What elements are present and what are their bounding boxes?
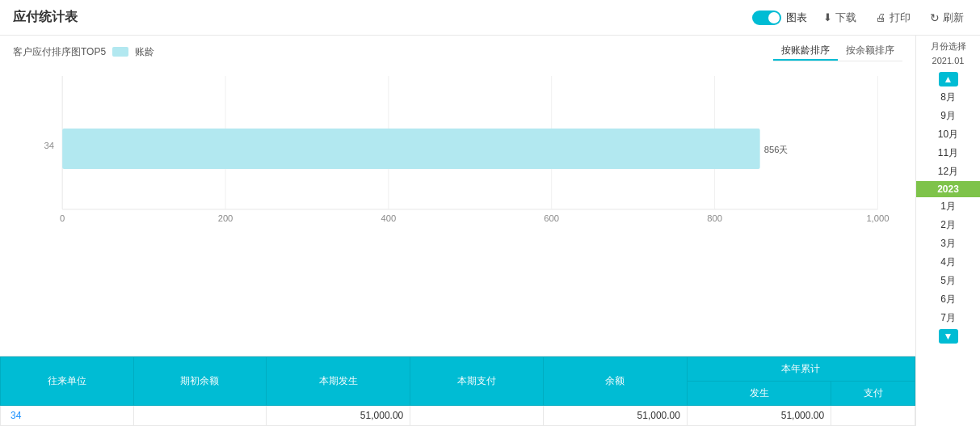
svg-rect-14 [62,129,759,169]
toggle-thumb [768,12,780,23]
legend-text: 账龄 [135,45,154,59]
right-sidebar: 月份选择 2021.01 ▲ 8月 9月 10月 11月 12月 2023 1月… [915,36,980,426]
print-label: 打印 [890,11,911,25]
month-item-2[interactable]: 2月 [916,216,980,234]
bar-chart: 0 200 400 600 800 1,000 34 [13,68,902,246]
svg-text:800: 800 [707,213,722,223]
data-table: 往来单位 期初余额 本期发生 本期支付 余额 本年累计 发生 支付 [0,356,915,426]
chart-toggle[interactable]: 图表 [752,11,807,25]
chart-toolbar: 客户应付排序图TOP5 账龄 按账龄排序 按余额排序 [0,36,915,65]
table-area: 往来单位 期初余额 本期发生 本期支付 余额 本年累计 发生 支付 [0,356,915,426]
table-row: 34 51,000.00 51,000.00 51,000.00 [1,406,915,426]
page-title: 应付统计表 [13,9,78,26]
th-col6-group: 本年累计 [687,357,915,382]
month-item-1[interactable]: 1月 [916,197,980,216]
header: 应付统计表 图表 下载 打印 刷新 [0,0,980,36]
month-item-5[interactable]: 5月 [916,272,980,290]
refresh-button[interactable]: 刷新 [927,9,967,27]
cell-col2 [133,406,267,426]
cell-col5: 51,000.00 [543,406,687,426]
chart-area: 0 200 400 600 800 1,000 34 [0,65,915,356]
header-actions: 图表 下载 打印 刷新 [752,9,967,27]
month-item-10[interactable]: 10月 [916,125,980,144]
svg-text:34: 34 [44,141,54,150]
th-col2: 期初余额 [133,357,267,406]
month-list: 8月 9月 10月 11月 12月 2023 1月 2月 3月 4月 5月 6月… [916,88,980,327]
row-link[interactable]: 34 [11,410,21,421]
sort-by-balance-button[interactable]: 按余额排序 [838,42,902,61]
refresh-label: 刷新 [943,11,964,25]
month-item-6[interactable]: 6月 [916,290,980,309]
cell-col1: 34 [1,406,134,426]
th-col1: 往来单位 [1,357,134,406]
th-col5: 余额 [543,357,687,406]
month-item-11[interactable]: 11月 [916,144,980,162]
th-col6b: 支付 [831,382,915,406]
month-item-12[interactable]: 12月 [916,162,980,181]
toggle-label: 图表 [786,11,807,25]
main-content: 客户应付排序图TOP5 账龄 按账龄排序 按余额排序 [0,36,915,426]
print-button[interactable]: 打印 [873,9,914,27]
svg-text:1,000: 1,000 [866,213,889,223]
th-col3: 本期发生 [267,357,410,406]
cell-col6b [831,406,915,426]
sidebar-current-date: 2021.01 [932,56,965,65]
toggle-track[interactable] [752,11,781,25]
svg-text:0: 0 [60,213,65,223]
month-item-7[interactable]: 7月 [916,309,980,327]
chart-legend: 客户应付排序图TOP5 账龄 [13,45,154,59]
month-item-8[interactable]: 8月 [916,88,980,107]
month-item-3[interactable]: 3月 [916,234,980,253]
legend-label: 客户应付排序图TOP5 [13,45,106,59]
cell-col3: 51,000.00 [267,406,410,426]
cell-col6a: 51,000.00 [687,406,831,426]
svg-text:400: 400 [381,213,397,223]
download-button[interactable]: 下载 [820,9,860,27]
sort-by-age-button[interactable]: 按账龄排序 [773,42,838,61]
svg-text:600: 600 [544,213,559,223]
cell-col4 [410,406,544,426]
content-area: 客户应付排序图TOP5 账龄 按账龄排序 按余额排序 [0,36,980,426]
legend-box [112,47,128,57]
sidebar-month-label: 月份选择 [931,40,966,53]
sidebar-next-button[interactable]: ▼ [939,329,958,344]
month-item-9[interactable]: 9月 [916,107,980,125]
svg-text:856天: 856天 [764,145,789,154]
svg-text:200: 200 [218,213,233,223]
print-icon [876,11,886,23]
download-icon [823,11,832,23]
month-item-year-2023[interactable]: 2023 [916,181,980,197]
refresh-icon [930,11,940,24]
month-item-4[interactable]: 4月 [916,253,980,272]
main-container: 应付统计表 图表 下载 打印 刷新 [0,0,980,426]
sort-buttons: 按账龄排序 按余额排序 [773,42,902,61]
th-col6a: 发生 [687,382,831,406]
download-label: 下载 [835,11,856,25]
chart-panel: 客户应付排序图TOP5 账龄 按账龄排序 按余额排序 [0,36,915,356]
sidebar-prev-button[interactable]: ▲ [939,72,958,86]
th-col4: 本期支付 [410,357,544,406]
